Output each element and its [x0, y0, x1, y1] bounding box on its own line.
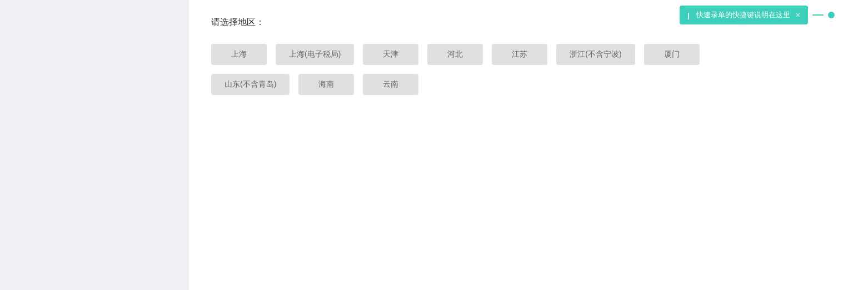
region-button-jiangsu[interactable]: 江苏: [492, 44, 547, 65]
region-button-hainan[interactable]: 海南: [298, 74, 354, 95]
region-button-yunnan[interactable]: 云南: [363, 74, 418, 95]
sidebar: [0, 0, 189, 290]
region-button-tianjin[interactable]: 天津: [363, 44, 418, 65]
region-button-hebei[interactable]: 河北: [427, 44, 483, 65]
tooltip-close-button[interactable]: ×: [796, 11, 800, 19]
region-button-xiamen[interactable]: 厦门: [644, 44, 700, 65]
tooltip-container: 快速录单的快捷键说明在这里 ×: [680, 6, 835, 24]
connector-line: [812, 14, 824, 16]
tooltip-dot: [828, 12, 835, 18]
region-button-zhejiang[interactable]: 浙江(不含宁波): [556, 44, 635, 65]
tooltip-text: 快速录单的快捷键说明在这里: [696, 10, 790, 20]
main-content: 请选择地区： 上海上海(电子税局)天津河北江苏浙江(不含宁波)厦门山东(不含青岛…: [189, 0, 868, 290]
region-button-shandong[interactable]: 山东(不含青岛): [211, 74, 290, 95]
region-button-shanghai-etax[interactable]: 上海(电子税局): [276, 44, 354, 65]
tooltip-bubble: 快速录单的快捷键说明在这里 ×: [680, 6, 808, 24]
region-buttons: 上海上海(电子税局)天津河北江苏浙江(不含宁波)厦门山东(不含青岛)海南云南: [211, 44, 846, 95]
region-button-shanghai[interactable]: 上海: [211, 44, 267, 65]
